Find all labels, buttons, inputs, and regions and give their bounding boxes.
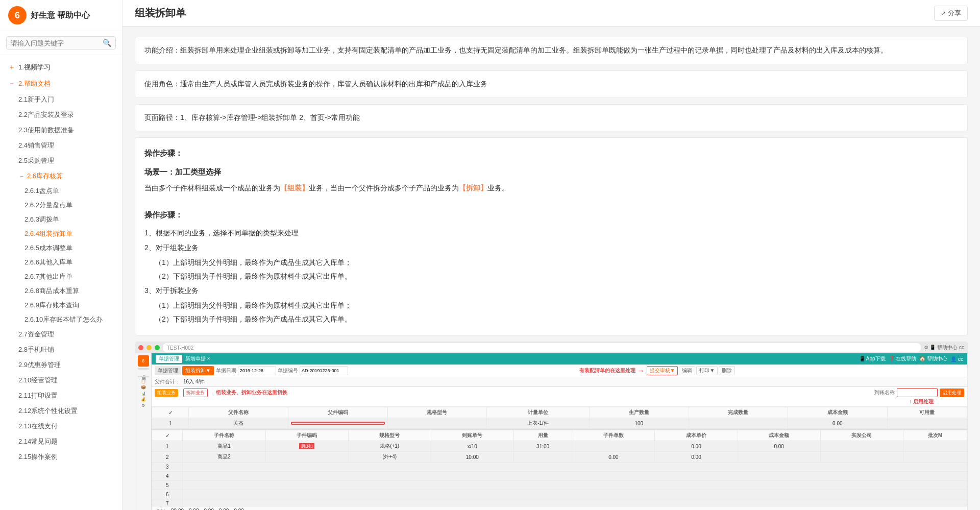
sidebar-item-inventory[interactable]: －2.6库存核算 xyxy=(18,168,122,184)
td-done-qty xyxy=(689,418,788,429)
minus-icon-inventory: － xyxy=(18,172,25,180)
sidebar-item-purchase[interactable]: 2.5采购管理 xyxy=(18,153,122,168)
total-amt2: 0.00 xyxy=(189,508,199,510)
total-label: 合计 xyxy=(156,508,166,510)
logo-area: 6 好生意 帮助中心 xyxy=(0,0,122,31)
td-avail xyxy=(887,418,967,429)
plus-icon: ＋ xyxy=(8,64,15,71)
main-area: 组装拆卸单 ↗ 分享 功能介绍：组装拆卸单用来处理企业组装或拆卸等加工业务，支持… xyxy=(122,0,980,510)
inner-upper-table: ✓ 父件名称 父件编码 规格型号 计量单位 生产数量 完成数量 成本金额 可用量 xyxy=(152,407,967,430)
th-check: ✓ xyxy=(152,407,189,418)
upper-table-body: 1 关杰 上衣-1/件 100 0.00 xyxy=(152,418,967,429)
search-input[interactable] xyxy=(11,39,103,47)
ltd-cost-amt2 xyxy=(738,452,820,463)
td-parent-name: 关杰 xyxy=(189,418,288,429)
sidebar-item-cost-recalc[interactable]: 2.6.8商品成本重算 xyxy=(24,284,122,298)
step-3-subs: （1）上部明细为父件明细，最终作为原材料生成其它出库单； （2）下部明细为子件明… xyxy=(144,299,958,326)
sidebar-item-assembly[interactable]: 2.6.4组装拆卸单 xyxy=(24,227,122,241)
inner-btn-print[interactable]: 打印▼ xyxy=(696,366,718,375)
nav-section-2: － 2.帮助文档 2.1新手入门 2.2产品安装及登录 2.3使用前数据准备 2… xyxy=(0,76,122,465)
share-button[interactable]: ↗ 分享 xyxy=(934,6,968,21)
lth-unit-cost: 成本单价 xyxy=(655,430,738,441)
sidebar-item-docs[interactable]: － 2.帮助文档 xyxy=(0,76,122,92)
annotation-toggle-text: 组装业务、拆卸业务在这里切换 xyxy=(216,389,287,396)
sidebar-item-mgmt[interactable]: 2.10经营管理 xyxy=(18,373,122,388)
th-cost: 成本金额 xyxy=(788,407,888,418)
sidebar-item-ledger[interactable]: 2.6.9库存账本查询 xyxy=(24,298,122,312)
inner-tabs: 单据管理 新增单据 × xyxy=(156,355,210,363)
sidebar-item-newbie[interactable]: 2.1新手入门 xyxy=(18,92,122,107)
inner-date-input[interactable] xyxy=(238,366,276,375)
ltd-num5: 5 xyxy=(152,481,183,490)
sidebar-item-partial-stocktake[interactable]: 2.6.2分量盘点单 xyxy=(24,198,122,212)
inner-field-input[interactable] xyxy=(897,388,938,397)
inner-section-label-disassembly[interactable]: 拆卸业务 xyxy=(183,388,208,397)
ltd-unit-cost: 0.00 xyxy=(655,441,738,452)
content-area: 功能介绍：组装拆卸单用来处理企业组装或拆卸等加工业务，支持有固定装配清单的产品加… xyxy=(122,27,980,510)
inner-icon-center: 🏠 帮助中心 xyxy=(919,355,947,362)
sidebar-item-other-out[interactable]: 2.6.7其他出库单 xyxy=(24,270,122,284)
th-parent-name: 父件名称 xyxy=(189,407,288,418)
search-area: 🔍 xyxy=(0,31,122,55)
inner-btn-del[interactable]: 删除 xyxy=(719,366,735,375)
upper-table: ✓ 父件名称 父件编码 规格型号 计量单位 生产数量 完成数量 成本金额 可用量 xyxy=(152,407,967,429)
scene1-desc: 当由多个子件材料组装成一个成品的业务为【组装】业务，当由一个父件拆分成多个子产品… xyxy=(144,182,958,195)
inner-no-input[interactable] xyxy=(300,366,348,375)
inner-date-label: 单据日期 xyxy=(216,367,236,374)
sidebar-item-other-in[interactable]: 2.6.6其他入库单 xyxy=(24,255,122,270)
ltd-empty7 xyxy=(183,499,967,506)
sidebar-item-install[interactable]: 2.2产品安装及登录 xyxy=(18,107,122,123)
sidebar-item-cases[interactable]: 2.15操作案例 xyxy=(18,449,122,465)
total-amt4: 0.00 xyxy=(219,508,229,510)
inner-tab-home[interactable]: 单据管理 xyxy=(156,355,182,363)
sidebar-item-sales[interactable]: 2.4销售管理 xyxy=(18,138,122,153)
search-icon[interactable]: 🔍 xyxy=(103,39,111,47)
sidebar-item-payment[interactable]: 2.13在线支付 xyxy=(18,419,122,434)
divider xyxy=(138,368,149,370)
inner-tab-new[interactable]: 新增单据 × xyxy=(185,355,210,362)
ltd-batch2 xyxy=(903,452,967,463)
minus-icon: － xyxy=(8,80,15,87)
inner-type-btn-active[interactable]: 组装拆卸▼ xyxy=(182,366,214,375)
annotation-enable-text: ↑ 启用处理 xyxy=(909,398,934,405)
sidebar-item-finance[interactable]: 2.7资金管理 xyxy=(18,327,122,342)
divider2 xyxy=(138,376,149,377)
share-label: 分享 xyxy=(948,9,961,18)
path-text: 页面路径：1、库存核算->库存管理->组装拆卸单 2、首页->常用功能 xyxy=(144,113,360,122)
inner-nav-icon1: 📋 xyxy=(141,379,146,383)
step-1: 1、根据不同的业务，选择不同单据的类型来处理 xyxy=(144,227,958,239)
sidebar-item-mobile[interactable]: 2.8手机旺铺 xyxy=(18,342,122,357)
ltd-spec2: (外+4) xyxy=(348,452,431,463)
inner-main-panel: 单据管理 新增单据 × 📱 App下载 ❓ 在线帮助 🏠 帮助中心 👤 cc xyxy=(152,353,967,510)
sidebar-item-videos[interactable]: ＋ 1.视频学习 xyxy=(0,59,122,76)
sidebar-item-data-prep[interactable]: 2.3使用前数据准备 xyxy=(18,123,122,138)
browser-icons: ⚙ 📱 帮助中心 cc xyxy=(924,344,964,351)
browser-close xyxy=(138,345,143,350)
sidebar-item-faq[interactable]: 2.14常见问题 xyxy=(18,434,122,449)
inner-btn-edit[interactable]: 编辑 xyxy=(679,366,695,375)
sidebar-item-print[interactable]: 2.11打印设置 xyxy=(18,388,122,403)
nav-section-1: ＋ 1.视频学习 xyxy=(0,59,122,76)
sidebar-item-coupon[interactable]: 2.9优惠券管理 xyxy=(18,357,122,373)
inner-type-btn1[interactable]: 单据管理 xyxy=(155,366,181,375)
th-avail: 可用量 xyxy=(887,407,967,418)
td-parent-code xyxy=(288,418,388,429)
td-cost: 0.00 xyxy=(788,418,888,429)
url-text: TEST-H002 xyxy=(167,345,193,351)
ltd-bill: x/10 xyxy=(431,441,513,452)
inner-type-tabs: 单据管理 组装拆卸▼ xyxy=(155,366,214,375)
sidebar-item-cost-adjust[interactable]: 2.6.5成本调整单 xyxy=(24,241,122,255)
sidebar-item-custom[interactable]: 2.12系统个性化设置 xyxy=(18,403,122,419)
ltd-num7: 7 xyxy=(152,499,183,506)
sidebar-item-stocktake[interactable]: 2.6.1盘点单 xyxy=(24,184,122,198)
topbar: 组装拆卸单 ↗ 分享 xyxy=(122,0,980,27)
table-row: 1 商品1 启B扣 规格(+1) x/10 31:00 0.00 0.00 xyxy=(152,441,967,452)
inner-btn-submit[interactable]: 提交审核▼ xyxy=(647,366,678,375)
td-spec xyxy=(387,418,487,429)
sidebar-item-ledger-fix[interactable]: 2.6.10库存账本错了怎么办 xyxy=(24,312,122,327)
sidebar-item-transfer[interactable]: 2.6.3调拨单 xyxy=(24,212,122,227)
inner-parent-val: 16入 4/件 xyxy=(183,378,205,385)
lth-child-name: 子件名称 xyxy=(183,430,265,441)
inner-subheader: 父件合计： 16入 4/件 xyxy=(152,377,967,387)
inner-btn-enable[interactable]: 启用处理 xyxy=(940,388,964,397)
